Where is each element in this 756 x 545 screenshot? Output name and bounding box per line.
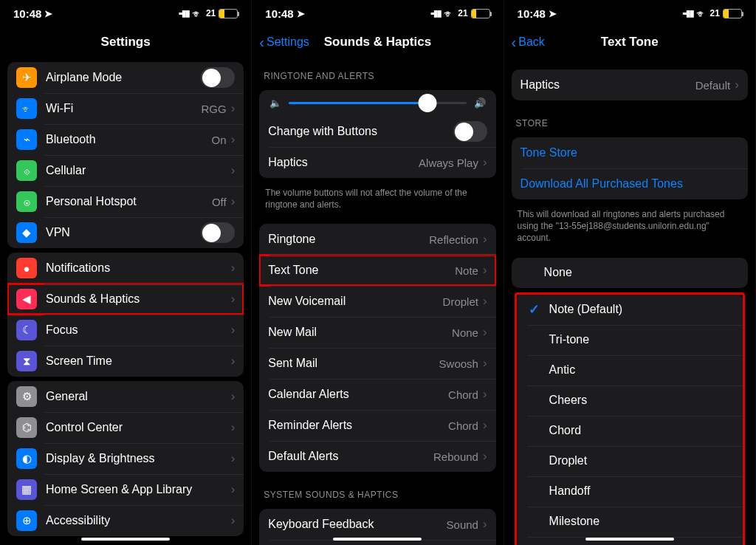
back-button[interactable]: ‹ Settings — [259, 35, 309, 49]
row-value: Chord — [448, 388, 478, 401]
tone-label: None — [544, 266, 739, 279]
settings-row-general[interactable]: ⚙︎General› — [7, 381, 244, 412]
back-label: Settings — [267, 35, 309, 49]
settings-row-sounds-haptics[interactable]: ◀︎Sounds & Haptics› — [7, 284, 244, 315]
settings-row-display-brightness[interactable]: ◐Display & Brightness› — [7, 443, 244, 474]
settings-row-home-screen-app-library[interactable]: ▦Home Screen & App Library› — [7, 474, 244, 505]
row-value: Chord — [448, 419, 478, 432]
row-label: Sent Mail — [268, 357, 439, 370]
haptics-row[interactable]: Haptics Always Play › — [259, 147, 495, 178]
store-link-download-all-purchased-tones[interactable]: Download All Purchased Tones — [512, 168, 748, 199]
section-header-store: STORE — [504, 105, 755, 133]
settings-row-accessibility[interactable]: ⊕Accessibility› — [7, 505, 244, 536]
location-icon: ➤ — [549, 8, 557, 19]
settings-row-focus[interactable]: ☾Focus› — [7, 315, 244, 346]
tone-row-chord[interactable]: Chord — [517, 416, 743, 446]
system-row-keyboard-feedback[interactable]: Keyboard FeedbackSound› — [259, 509, 495, 540]
sound-row-ringtone[interactable]: RingtoneReflection› — [259, 224, 495, 255]
tone-row-droplet[interactable]: Droplet — [517, 446, 743, 476]
settings-row-screen-time[interactable]: ⧗Screen Time› — [7, 346, 244, 377]
row-value: Sound — [447, 518, 478, 531]
sound-row-sent-mail[interactable]: Sent MailSwoosh› — [259, 348, 495, 379]
tone-label: Cheers — [549, 394, 734, 407]
battery-percent: 21 — [458, 8, 467, 18]
tone-row-none[interactable]: None — [512, 258, 748, 288]
wifi-icon: ᯤ — [696, 7, 707, 20]
haptics-row[interactable]: Haptics Default › — [512, 69, 748, 100]
row-label: Notifications — [46, 261, 231, 275]
chevron-right-icon: › — [231, 261, 236, 275]
phone-texttone: 10:48 ➤ ▪▪▮▮ ᯤ 21 ‹ Back Text Tone Hapti… — [504, 0, 756, 545]
settings-scroll[interactable]: ✈︎Airplane ModeᯤWi-FiRGG›⌁BluetoothOn›⟐C… — [0, 58, 251, 545]
toggle[interactable] — [201, 67, 235, 88]
row-label: Cellular — [46, 164, 231, 177]
wi-fi-icon: ᯤ — [16, 98, 37, 119]
settings-row-vpn[interactable]: ◆VPN — [7, 217, 244, 248]
chevron-right-icon: › — [231, 420, 236, 435]
toggle[interactable] — [201, 222, 235, 243]
row-label: Ringtone — [268, 233, 429, 246]
sound-row-default-alerts[interactable]: Default AlertsRebound› — [259, 441, 495, 472]
row-value: On — [212, 134, 227, 146]
store-links-group: Tone StoreDownload All Purchased Tones — [512, 137, 748, 199]
settings-row-bluetooth[interactable]: ⌁BluetoothOn› — [7, 124, 244, 155]
store-link-tone-store[interactable]: Tone Store — [512, 137, 748, 168]
chevron-right-icon: › — [483, 294, 487, 309]
row-label: Reminder Alerts — [268, 419, 448, 432]
back-button[interactable]: ‹ Back — [512, 35, 545, 49]
chevron-right-icon: › — [231, 389, 236, 404]
tone-row-cheers[interactable]: Cheers — [517, 385, 743, 416]
status-bar: 10:48 ➤ ▪▪▮▮ ᯤ 21 — [504, 0, 755, 27]
sound-row-calendar-alerts[interactable]: Calendar AlertsChord› — [259, 379, 495, 410]
tone-none-group: None — [512, 258, 748, 288]
sound-row-text-tone[interactable]: Text ToneNote› — [259, 255, 495, 286]
back-label: Back — [518, 35, 545, 49]
tone-row-tri-tone[interactable]: Tri-tone — [517, 325, 743, 355]
sound-row-new-voicemail[interactable]: New VoicemailDroplet› — [259, 286, 495, 317]
change-with-buttons-row[interactable]: Change with Buttons — [259, 116, 495, 147]
row-label: Accessibility — [46, 514, 231, 527]
chevron-right-icon: › — [231, 513, 236, 528]
volume-slider[interactable] — [289, 102, 466, 104]
tone-row-note-default-[interactable]: Note (Default) — [517, 295, 743, 325]
chevron-right-icon: › — [483, 325, 487, 340]
settings-row-personal-hotspot[interactable]: ⍟Personal HotspotOff› — [7, 186, 244, 217]
page-title: Text Tone — [601, 35, 659, 49]
sound-row-new-mail[interactable]: New MailNone› — [259, 317, 495, 348]
settings-row-airplane-mode[interactable]: ✈︎Airplane Mode — [7, 62, 244, 93]
chevron-right-icon: › — [231, 451, 236, 466]
row-value: None — [452, 326, 478, 339]
screen-time-icon: ⧗ — [16, 351, 37, 371]
settings-group-notifications: ●Notifications›◀︎Sounds & Haptics›☾Focus… — [7, 253, 244, 377]
chevron-right-icon: › — [483, 449, 487, 464]
home-indicator[interactable] — [585, 538, 674, 541]
home-screen-app-library-icon: ▦ — [16, 479, 37, 500]
chevron-right-icon: › — [231, 132, 236, 147]
tone-row-milestone[interactable]: Milestone — [517, 507, 743, 537]
chevron-right-icon: › — [231, 163, 236, 178]
nav-header: Settings — [0, 27, 251, 58]
airplane-mode-icon: ✈︎ — [16, 67, 37, 88]
system-row-lock-sound[interactable]: Lock Sound — [259, 540, 495, 545]
sound-row-reminder-alerts[interactable]: Reminder AlertsChord› — [259, 410, 495, 441]
home-indicator[interactable] — [81, 538, 170, 541]
row-value: Rebound — [433, 450, 478, 463]
home-indicator[interactable] — [333, 538, 422, 541]
chevron-right-icon: › — [231, 292, 236, 306]
chevron-right-icon: › — [483, 356, 487, 371]
row-label: New Mail — [268, 326, 452, 339]
settings-group-general: ⚙︎General›⌬Control Center›◐Display & Bri… — [7, 381, 244, 536]
tone-row-handoff[interactable]: Handoff — [517, 476, 743, 507]
texttone-scroll[interactable]: Haptics Default › STORE Tone StoreDownlo… — [504, 58, 755, 545]
settings-row-control-center[interactable]: ⌬Control Center› — [7, 412, 244, 443]
settings-row-notifications[interactable]: ●Notifications› — [7, 253, 244, 284]
settings-row-wi-fi[interactable]: ᯤWi-FiRGG› — [7, 93, 244, 124]
settings-row-cellular[interactable]: ⟐Cellular› — [7, 155, 244, 186]
chevron-right-icon: › — [231, 354, 236, 369]
tone-row-antic[interactable]: Antic — [517, 355, 743, 385]
change-with-buttons-toggle[interactable] — [453, 121, 487, 142]
tone-label: Note (Default) — [549, 303, 734, 316]
sounds-scroll[interactable]: RINGTONE AND ALERTS 🔈 🔊 Change with Butt… — [252, 58, 503, 545]
tone-label: Tri-tone — [549, 333, 734, 346]
speaker-high-icon: 🔊 — [474, 97, 486, 109]
